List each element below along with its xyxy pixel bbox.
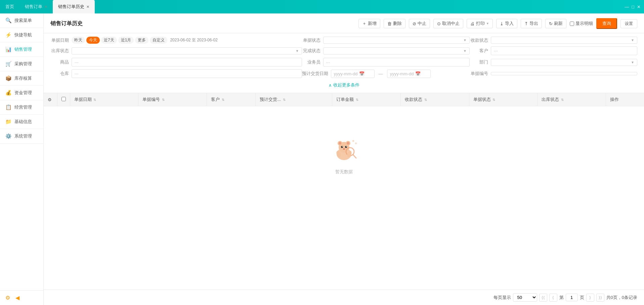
col-delivery[interactable]: 预计交货... ⇅ [256,93,332,106]
complete-status-select[interactable]: ▼ [323,47,470,54]
date-chip-today[interactable]: 今天 [86,37,100,44]
sidebar-item-sales-mgmt[interactable]: 📊 销售管理 [0,42,43,57]
col-bill-status[interactable]: 单据状态 ⇅ [469,93,538,106]
base-info-icon: 📁 [5,119,12,125]
page-header: 销售订单历史 ＋ 新增 🗑 删除 ⊘ 中止 ⊙ [44,13,644,33]
col-out-status[interactable]: 出库状态 ⇅ [538,93,606,106]
pagination: 每页显示 50 10 20 100 ⟨⟨ ⟨ 第 页 ⟩ ⟩⟩ 共0页，0条记录 [493,293,637,302]
filter-goods: 商品 ··· [50,58,302,67]
svg-point-10 [343,148,345,150]
tab-sales-history[interactable]: 销售订单历史 ✕ [53,0,95,13]
sidebar-item-purchase-mgmt-label: 采购管理 [14,61,32,67]
next-page-button[interactable]: ⟩ [586,294,594,302]
settings-button[interactable]: 设置 [620,19,637,28]
sidebar-item-sys-mgmt[interactable]: ⚙️ 系统管理 [0,129,43,144]
col-settings[interactable]: ⚙ [44,93,57,106]
delivery-date-to[interactable]: yyyy-mm-dd 📅 [387,70,431,78]
calendar-to-icon[interactable]: 📅 [415,71,421,76]
receipt-status-label: 收款状态 [470,37,488,43]
tab-sales-order[interactable]: 销售订单 ✕ [19,0,53,13]
first-page-button[interactable]: ⟨⟨ [539,294,547,302]
empty-text: 暂无数据 [335,169,353,175]
page-size-label: 每页显示 [493,295,511,301]
tab-home[interactable]: 首页 [0,0,19,13]
add-button[interactable]: ＋ 新增 [358,19,380,28]
stop-button[interactable]: ⊘ 中止 [409,19,430,28]
col-customer[interactable]: 客户 ⇅ [207,93,255,106]
filter-row-2: 出库状态 ▼ 完成状态 ▼ 客户 ··· [50,46,637,55]
tab-sales-order-label: 销售订单 [25,4,42,10]
collapse-bar[interactable]: ∧ 收起更多条件 [50,81,637,89]
date-chip-last7[interactable]: 近7天 [101,37,117,44]
query-button[interactable]: 查询 [596,18,617,29]
sidebar-item-base-info-label: 基础信息 [14,119,32,125]
sidebar-settings-icon[interactable]: ⚙ [5,295,10,301]
page-title-row: 销售订单历史 ＋ 新增 🗑 删除 ⊘ 中止 ⊙ [50,18,637,29]
bill-status-select[interactable]: ▼ [323,37,470,44]
prev-page-button[interactable]: ⟨ [549,294,557,302]
customer-input[interactable]: ··· [491,46,637,55]
goods-input[interactable]: ··· [72,58,302,67]
sidebar-item-inventory-calc-label: 库存核算 [14,75,32,81]
tab-sales-order-close[interactable]: ✕ [44,5,47,9]
sidebar-item-inventory-calc[interactable]: 📦 库存核算 [0,71,43,86]
refresh-button[interactable]: ↻ 刷新 [545,19,566,28]
table-header-row: ⚙ 单据日期 ⇅ 单据编号 ⇅ 客户 [44,93,644,106]
dept-select[interactable]: ▼ [491,59,637,66]
sidebar-collapse-icon[interactable]: ◀ [15,295,19,301]
empty-state: ✦ ✦ 暂无数据 [44,106,644,202]
sidebar-item-ops-mgmt[interactable]: 📋 经营管理 [0,100,43,115]
sidebar-item-purchase-mgmt[interactable]: 🛒 采购管理 [0,57,43,71]
close-button[interactable]: ✕ [637,4,641,9]
date-chip-more[interactable]: 更多 [135,37,148,44]
sidebar-item-quick-nav-label: 快捷导航 [14,32,32,38]
svg-point-5 [347,142,349,145]
warehouse-label: 仓库 [50,71,69,77]
date-chip-last1m[interactable]: 近1月 [118,37,134,44]
sidebar-item-quick-nav[interactable]: ⚡ 快捷导航 [0,28,43,42]
filter-complete-status: 完成状态 ▼ [302,47,470,54]
page-number-input[interactable] [566,294,578,301]
svg-point-8 [342,146,343,147]
date-chip-yesterday[interactable]: 昨天 [72,37,85,44]
col-receipt-status[interactable]: 收款状态 ⇅ [400,93,469,106]
quick-nav-icon: ⚡ [5,32,12,38]
page-size-select[interactable]: 50 10 20 100 [513,293,537,302]
delete-button[interactable]: 🗑 删除 [384,19,405,28]
display-toggle-checkbox[interactable] [570,22,574,26]
sort-delivery-icon: ⇅ [283,98,286,102]
salesman-input[interactable]: ··· [323,58,470,67]
delivery-date-from[interactable]: yyyy-mm-dd 📅 [331,70,375,78]
maximize-button[interactable]: □ [632,4,634,9]
cancel-stop-icon: ⊙ [437,21,441,26]
date-chips: 昨天 今天 近7天 近1月 更多 自定义 [72,37,167,44]
bill-number-input[interactable] [491,72,637,75]
select-all-checkbox[interactable] [61,97,66,101]
receipt-status-arrow: ▼ [631,38,634,42]
print-button[interactable]: 🖨 打印 ▼ [467,19,493,28]
sidebar-item-base-info[interactable]: 📁 基础信息 [0,115,43,129]
tab-sales-history-close[interactable]: ✕ [86,5,89,9]
bill-number-label: 单据编号 [470,71,488,77]
out-status-select[interactable]: ▼ [72,47,302,54]
date-chip-custom[interactable]: 自定义 [150,37,167,44]
warehouse-input[interactable]: ··· [72,69,302,78]
content-area: 销售订单历史 ＋ 新增 🗑 删除 ⊘ 中止 ⊙ [44,13,644,305]
calendar-from-icon[interactable]: 📅 [359,71,364,76]
col-amount[interactable]: 订单金额 ⇅ [332,93,401,106]
receipt-status-select[interactable]: ▼ [491,37,637,44]
sidebar-item-search-menu[interactable]: 🔍 搜索菜单 [0,13,43,28]
export-button[interactable]: ⤒ 导出 [521,19,542,28]
sidebar-bottom: ⚙ ◀ [0,290,43,305]
table-area: ⚙ 单据日期 ⇅ 单据编号 ⇅ 客户 [44,93,644,290]
cancel-stop-button[interactable]: ⊙ 取消中止 [433,19,463,28]
sidebar-item-finance-mgmt[interactable]: 💰 资金管理 [0,86,43,100]
col-number[interactable]: 单据编号 ⇅ [138,93,207,106]
dept-arrow: ▼ [631,61,634,64]
minimize-button[interactable]: — [625,4,629,9]
import-label: 导入 [505,21,514,27]
col-date[interactable]: 单据日期 ⇅ [70,93,138,106]
page-title: 销售订单历史 [50,20,83,27]
import-button[interactable]: ⤓ 导入 [496,19,517,28]
last-page-button[interactable]: ⟩⟩ [596,294,604,302]
